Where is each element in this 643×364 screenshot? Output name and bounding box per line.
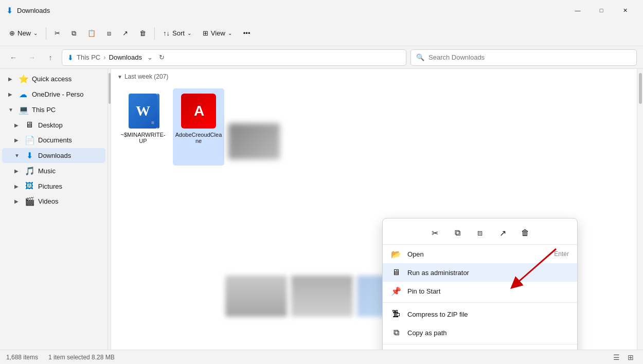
ctx-item-copy-path[interactable]: ⧉ Copy as path bbox=[383, 323, 577, 342]
scrollbar-thumb[interactable] bbox=[639, 73, 642, 104]
sidebar-label: This PC bbox=[32, 106, 56, 114]
ctx-cut-button[interactable]: ✂ bbox=[425, 225, 444, 241]
sidebar-label: OneDrive - Perso bbox=[32, 90, 83, 98]
videos-icon: 🎬 bbox=[25, 196, 34, 206]
content-area: ▼ Last week (207) W ≡ ~$MINARWRITE-UP A bbox=[111, 69, 643, 350]
ctx-open-label: Open bbox=[407, 250, 548, 258]
sidebar-item-pictures[interactable]: ▶ 🖼 Pictures bbox=[2, 179, 105, 193]
ctx-open-shortcut: Enter bbox=[554, 250, 569, 258]
sidebar-label: Documents bbox=[38, 136, 72, 144]
delete-button[interactable]: 🗑 bbox=[134, 26, 151, 40]
copy-icon: ⧉ bbox=[72, 29, 76, 38]
view-label: View bbox=[211, 29, 225, 37]
sort-label: Sort bbox=[172, 29, 185, 37]
refresh-button[interactable]: ↻ bbox=[159, 53, 165, 61]
more-icon: ••• bbox=[243, 29, 251, 37]
crumb-this-pc: This PC bbox=[77, 53, 100, 61]
search-input[interactable] bbox=[428, 53, 631, 61]
more-button[interactable]: ••• bbox=[238, 26, 256, 40]
sort-icon: ↑↓ bbox=[163, 29, 170, 37]
ctx-item-properties[interactable]: 📋 Properties Alt+Enter bbox=[383, 347, 577, 350]
chevron-icon: ▶ bbox=[14, 122, 21, 128]
close-button[interactable]: ✕ bbox=[613, 2, 637, 19]
sidebar-item-desktop[interactable]: ▶ 🖥 Desktop bbox=[2, 118, 105, 132]
maximize-button[interactable]: □ bbox=[590, 2, 613, 19]
share-icon: ↗ bbox=[122, 29, 128, 37]
word-icon: W ≡ bbox=[129, 94, 157, 129]
ctx-paste-button[interactable]: ⧇ bbox=[471, 225, 489, 241]
file-item-adobe[interactable]: A AdobeCreoudCleane bbox=[173, 88, 224, 166]
cut-button[interactable]: ✂ bbox=[49, 26, 65, 40]
sidebar-item-downloads[interactable]: ▼ ⬇ Downloads bbox=[2, 148, 105, 163]
view-controls: ☰ ⊞ bbox=[610, 351, 637, 363]
ctx-item-compress[interactable]: 🗜 Compress to ZIP file bbox=[383, 305, 577, 323]
sidebar: ▶ ⭐ Quick access ▶ ☁ OneDrive - Perso ▼ … bbox=[0, 69, 108, 350]
ctx-compress-label: Compress to ZIP file bbox=[407, 311, 569, 318]
move-icon: ⧇ bbox=[107, 29, 111, 38]
separator2 bbox=[154, 27, 155, 40]
new-label: New bbox=[17, 29, 31, 37]
file-thumbnail-adobe: A bbox=[180, 93, 217, 130]
file-item-word[interactable]: W ≡ ~$MINARWRITE-UP bbox=[117, 88, 169, 166]
scrollbar-track[interactable] bbox=[637, 69, 643, 350]
window-title: Downloads bbox=[17, 7, 50, 14]
adobe-icon: A bbox=[181, 94, 216, 129]
desktop-icon: 🖥 bbox=[25, 120, 34, 130]
search-bar[interactable]: 🔍 bbox=[410, 49, 637, 66]
sidebar-item-onedrive[interactable]: ▶ ☁ OneDrive - Perso bbox=[2, 87, 105, 102]
up-button[interactable]: ↑ bbox=[43, 50, 58, 65]
onedrive-icon: ☁ bbox=[19, 89, 28, 99]
quick-access-icon: ⭐ bbox=[19, 74, 28, 84]
minimize-button[interactable]: — bbox=[566, 2, 590, 19]
sidebar-item-this-pc[interactable]: ▼ 💻 This PC bbox=[2, 102, 105, 117]
status-bar: 1,688 items 1 item selected 8.28 MB ☰ ⊞ bbox=[0, 350, 643, 364]
sort-button[interactable]: ↑↓ Sort ⌄ bbox=[158, 26, 197, 40]
window-controls: — □ ✕ bbox=[566, 2, 637, 19]
chevron-icon: ▼ bbox=[14, 153, 21, 158]
view-icon: ⊞ bbox=[203, 29, 208, 37]
ctx-item-open[interactable]: 📂 Open Enter bbox=[383, 245, 577, 263]
ctx-copy-button[interactable]: ⧉ bbox=[448, 225, 467, 241]
file-name-adobe: AdobeCreoudCleane bbox=[175, 132, 222, 144]
sidebar-item-music[interactable]: ▶ 🎵 Music bbox=[2, 163, 105, 178]
ctx-separator1 bbox=[383, 302, 577, 303]
paste-button[interactable]: 📋 bbox=[82, 26, 101, 40]
address-bar[interactable]: ⬇ This PC › Downloads ⌄ ↻ bbox=[62, 49, 406, 66]
new-chevron: ⌄ bbox=[33, 30, 38, 36]
chevron-icon: ▶ bbox=[14, 198, 21, 204]
sidebar-item-documents[interactable]: ▶ 📄 Documents bbox=[2, 133, 105, 148]
ctx-pin-icon: 📌 bbox=[391, 286, 401, 296]
window-icon: ⬇ bbox=[6, 6, 13, 15]
paste-icon: 📋 bbox=[87, 29, 96, 37]
ctx-open-icon: 📂 bbox=[391, 249, 401, 259]
copy-button[interactable]: ⧉ bbox=[66, 26, 81, 41]
sidebar-item-quick-access[interactable]: ▶ ⭐ Quick access bbox=[2, 71, 105, 86]
cut-icon: ✂ bbox=[55, 29, 60, 37]
move-button[interactable]: ⧇ bbox=[102, 26, 116, 41]
blurred-content-1 bbox=[225, 276, 287, 317]
grid-view-button[interactable]: ⊞ bbox=[624, 351, 637, 363]
separator bbox=[46, 27, 46, 40]
new-button[interactable]: ⊕ New ⌄ bbox=[4, 26, 43, 40]
sort-chevron: ⌄ bbox=[187, 30, 191, 36]
file-name-word: ~$MINARWRITE-UP bbox=[119, 132, 167, 144]
forward-button[interactable]: → bbox=[25, 50, 39, 65]
address-bar-row: ← → ↑ ⬇ This PC › Downloads ⌄ ↻ 🔍 bbox=[0, 46, 643, 69]
ctx-share-button[interactable]: ↗ bbox=[493, 225, 512, 241]
ctx-item-pin-start[interactable]: 📌 Pin to Start bbox=[383, 282, 577, 300]
pictures-icon: 🖼 bbox=[25, 181, 34, 191]
list-view-button[interactable]: ☰ bbox=[610, 351, 622, 363]
file-item-blurred1[interactable] bbox=[228, 119, 280, 166]
share-button[interactable]: ↗ bbox=[117, 26, 133, 40]
ctx-delete-button[interactable]: 🗑 bbox=[516, 225, 534, 241]
title-bar: ⬇ Downloads — □ ✕ bbox=[0, 0, 643, 21]
sidebar-item-videos[interactable]: ▶ 🎬 Videos bbox=[2, 194, 105, 209]
view-button[interactable]: ⊞ View ⌄ bbox=[198, 26, 237, 40]
ctx-copypath-icon: ⧉ bbox=[391, 327, 401, 338]
addr-chevron-icon[interactable]: ⌄ bbox=[147, 53, 153, 61]
back-button[interactable]: ← bbox=[6, 50, 21, 65]
ctx-item-run-admin[interactable]: 🖥 Run as administrator bbox=[383, 263, 577, 282]
toolbar: ⊕ New ⌄ ✂ ⧉ 📋 ⧇ ↗ 🗑 ↑↓ Sort ⌄ ⊞ View ⌄ •… bbox=[0, 21, 643, 46]
context-menu: ✂ ⧉ ⧇ ↗ 🗑 📂 Open Enter 🖥 Run as administ… bbox=[382, 218, 578, 350]
music-icon: 🎵 bbox=[25, 166, 34, 176]
